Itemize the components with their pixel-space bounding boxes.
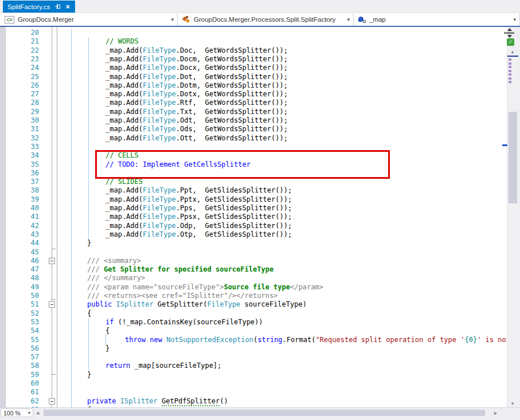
code-line[interactable]: _map.Add(FileType.Txt, GetWordsSplitter(…	[0, 108, 507, 116]
code-segment: .Txt, GetWordsSplitter());	[176, 108, 288, 116]
code-segment: FileType	[143, 204, 176, 212]
tab-title: SplitFactory.cs	[7, 3, 50, 10]
code-line[interactable]: _map.Add(FileType.Odp, GetSlidesSplitter…	[0, 222, 507, 230]
code-line[interactable]: _map.Add(FileType.Ods, GetWordsSplitter(…	[0, 125, 507, 134]
scrollbar-right-icon[interactable]: ►	[493, 410, 498, 416]
member-dropdown[interactable]: _map ▾	[354, 13, 520, 26]
code-segment: throw	[125, 336, 146, 344]
code-line[interactable]: /// </summary>	[0, 274, 507, 282]
code-segment: .Ppsx, GetSlidesSplitter());	[176, 213, 292, 221]
scrollbar-todo-marker	[509, 77, 511, 80]
code-line[interactable]: _map.Add(FileType.Ott, GetWordsSplitter(…	[0, 134, 507, 143]
code-segment: _map[sourceFileType];	[130, 362, 221, 370]
code-line[interactable]: {	[0, 309, 507, 318]
code-segment: .Odt, GetWordsSplitter());	[176, 116, 288, 124]
private-field-icon	[358, 16, 366, 23]
code-segment: FileType	[143, 46, 176, 54]
code-line[interactable]	[0, 169, 507, 178]
code-segment: FileType	[143, 64, 176, 72]
code-segment: ISplitter	[116, 300, 158, 308]
code-line[interactable]: /// <summary>	[0, 257, 507, 265]
bottom-strip	[0, 417, 520, 420]
code-segment: .Pptx, GetSlidesSplitter());	[176, 195, 292, 203]
type-dropdown-label: GroupDocs.Merger.Processors.Split.SplitF…	[194, 16, 335, 23]
code-line[interactable]	[0, 388, 507, 397]
code-line[interactable]: }	[0, 239, 507, 248]
tab-splitfactory[interactable]: SplitFactory.cs ×	[3, 1, 75, 13]
code-segment: .Ott, GetWordsSplitter());	[176, 134, 288, 142]
tab-strip: SplitFactory.cs ×	[0, 0, 520, 13]
code-segment: .Docm, GetWordsSplitter());	[176, 55, 288, 63]
code-segment: _map.Add(	[105, 195, 143, 203]
code-segment: GetPdfSplitter	[162, 397, 220, 406]
code-line[interactable]: private ISplitter GetPdfSplitter()	[0, 397, 507, 406]
code-line[interactable]	[0, 29, 507, 37]
code-line[interactable]: _map.Add(FileType.Doc, GetWordsSplitter(…	[0, 46, 507, 55]
scrollbar-left-icon[interactable]: ◄	[35, 410, 40, 416]
code-segment: GetSplitter(	[158, 300, 208, 308]
code-segment: "Requested split operation of type '	[315, 336, 464, 344]
code-line[interactable]: }	[0, 371, 507, 379]
code-line[interactable]: _map.Add(FileType.Pptx, GetSlidesSplitte…	[0, 195, 507, 204]
code-line[interactable]: _map.Add(FileType.Dotx, GetWordsSplitter…	[0, 90, 507, 99]
code-line[interactable]: _map.Add(FileType.Dot, GetWordsSplitter(…	[0, 73, 507, 81]
code-line[interactable]	[0, 143, 507, 151]
project-dropdown-label: GroupDocs.Merger	[18, 16, 74, 23]
code-line[interactable]: // CELLS	[0, 151, 507, 160]
zoom-combobox[interactable]: 100 % ▾	[1, 409, 33, 417]
code-line[interactable]: /// <returns><see cref="ISplitter"/></re…	[0, 292, 507, 300]
code-segment: ()	[220, 397, 228, 405]
code-line[interactable]: // SLIDES	[0, 178, 507, 186]
code-line[interactable]: _map.Add(FileType.Docm, GetWordsSplitter…	[0, 55, 507, 64]
code-line[interactable]: _map.Add(FileType.Ppsx, GetSlidesSplitte…	[0, 213, 507, 221]
resharper-status-indicator[interactable]: ✓	[507, 38, 514, 46]
code-editor[interactable]: 2021// WORDS22_map.Add(FileType.Doc, Get…	[0, 27, 507, 407]
code-line[interactable]: /// Get Splitter for specified sourceFil…	[0, 265, 507, 274]
code-line[interactable]: // WORDS	[0, 37, 507, 46]
code-line[interactable]: // TODO: Implement GetCellsSplitter	[0, 160, 507, 169]
code-line[interactable]: _map.Add(FileType.Otp, GetSlidesSplitter…	[0, 230, 507, 239]
code-line[interactable]: /// <param name="sourceFileType">Source …	[0, 283, 507, 292]
navigation-bar: C# GroupDocs.Merger ▾ GroupDocs.Merger.P…	[0, 13, 520, 26]
fold-toggle[interactable]	[49, 301, 55, 308]
code-segment: _map.Add(	[105, 73, 143, 81]
code-segment: _map.Add(	[105, 230, 143, 238]
fold-toggle[interactable]	[49, 398, 55, 405]
code-segment: .Doc, GetWordsSplitter());	[176, 46, 288, 54]
project-dropdown[interactable]: C# GroupDocs.Merger ▾	[0, 13, 178, 26]
code-segment: ' is not su	[477, 336, 507, 344]
code-line[interactable]: _map.Add(FileType.Odt, GetWordsSplitter(…	[0, 116, 507, 125]
code-segment: Source file type	[224, 283, 290, 291]
pin-icon[interactable]	[55, 3, 61, 10]
horizontal-scrollbar[interactable]: 100 % ▾ ◄ ►	[0, 407, 520, 417]
scrollbar-down-icon[interactable]: ▼	[507, 401, 518, 406]
code-line[interactable]: _map.Add(FileType.Pps, GetSlidesSplitter…	[0, 204, 507, 213]
close-icon[interactable]: ×	[66, 3, 71, 10]
code-segment: new	[150, 336, 162, 344]
code-line[interactable]: public ISplitter GetSplitter(FileType so…	[0, 300, 507, 309]
code-line[interactable]: {	[0, 327, 507, 335]
code-line[interactable]	[0, 379, 507, 388]
code-line[interactable]: throw new NotSupportedException(string.F…	[0, 336, 507, 344]
code-line[interactable]: if (!_map.ContainsKey(sourceFileType))	[0, 318, 507, 327]
code-line[interactable]: _map.Add(FileType.Rtf, GetWordsSplitter(…	[0, 99, 507, 107]
code-segment: NotSupportedException	[166, 336, 253, 344]
scrollbar-todo-marker	[509, 62, 511, 65]
code-line[interactable]: _map.Add(FileType.Ppt, GetSlidesSplitter…	[0, 186, 507, 195]
scrollbar-up-icon[interactable]: ▲	[507, 49, 518, 54]
code-segment: .Pps, GetSlidesSplitter());	[176, 204, 292, 212]
code-line[interactable]	[0, 353, 507, 362]
code-line[interactable]: _map.Add(FileType.Dotm, GetWordsSplitter…	[0, 81, 507, 90]
vertical-scrollbar[interactable]: ▲ ▼	[507, 48, 518, 407]
code-segment: private	[87, 397, 120, 405]
window-split-grip[interactable]	[503, 28, 515, 38]
code-line[interactable]: _map.Add(FileType.Docx, GetWordsSplitter…	[0, 64, 507, 72]
code-line[interactable]: }	[0, 344, 507, 353]
type-dropdown[interactable]: GroupDocs.Merger.Processors.Split.SplitF…	[178, 13, 354, 26]
fold-toggle[interactable]	[49, 258, 55, 264]
horizontal-scrollbar-thumb[interactable]	[44, 410, 485, 416]
scrollbar-todo-marker	[509, 70, 511, 72]
code-line[interactable]	[0, 248, 507, 257]
vertical-scrollbar-thumb[interactable]	[509, 112, 517, 203]
code-line[interactable]: return _map[sourceFileType];	[0, 362, 507, 370]
